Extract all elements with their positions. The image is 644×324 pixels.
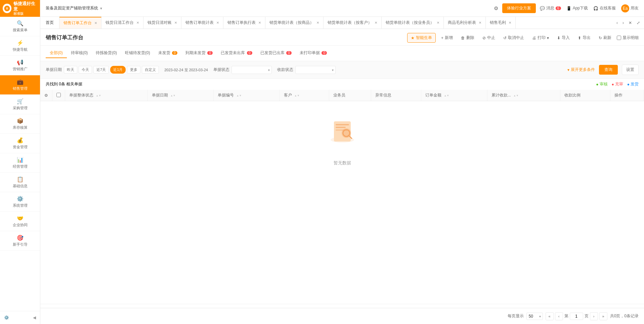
topbar-actions: ⚙ 体验行业方案 — [494, 3, 536, 13]
sort-icon[interactable]: ▲▼ — [237, 94, 242, 97]
tab-close-icon[interactable]: ✕ — [479, 21, 481, 25]
tab-close-icon[interactable]: ✕ — [136, 21, 139, 25]
filter-tab-unshipped[interactable]: 未发货 0 — [154, 48, 181, 58]
horizontal-scrollbar[interactable] — [40, 304, 644, 308]
date-btn-today[interactable]: 今天 — [79, 66, 92, 74]
select-all-checkbox[interactable] — [56, 93, 61, 97]
send-action[interactable]: ● 发货 — [627, 81, 639, 87]
sort-icon[interactable]: ▲▼ — [170, 94, 176, 97]
sidebar-item-basic[interactable]: 📋 基础信息 — [0, 173, 40, 192]
sort-icon[interactable]: ▲▼ — [294, 94, 300, 97]
expand-conditions-btn[interactable]: ▾ 展开更多条件 — [567, 67, 595, 73]
tab-sales-order-workbench[interactable]: 销售订单工作台 ✕ — [59, 17, 101, 29]
sidebar-item-management[interactable]: 📊 经营管理 — [0, 153, 40, 173]
page-next-btn[interactable]: › — [590, 312, 598, 320]
tab-sales-by-staff[interactable]: 销货单统计表（按业务员） ✕ — [382, 17, 444, 29]
sidebar-item-marketing[interactable]: 📢 营销推广 — [0, 56, 40, 75]
tab-sales-stat[interactable]: 销售订单统计表 ✕ — [181, 17, 223, 29]
query-button[interactable]: 查询 — [599, 65, 618, 75]
tab-sales-by-customer[interactable]: 销货单统计表（按客户） ✕ — [324, 17, 382, 29]
sort-icon[interactable]: ▲▼ — [444, 94, 449, 97]
add-button[interactable]: + 新增 — [438, 33, 456, 42]
sort-icon[interactable]: ▲▼ — [513, 94, 519, 97]
tab-close-icon[interactable]: ✕ — [258, 21, 261, 25]
search-bar: 单据日期 昨天 今天 近7天 近1月 更多 自定义 2023-02-24 至 2… — [40, 61, 644, 79]
solution-button[interactable]: 体验行业方案 — [502, 3, 536, 13]
filter-tab-pending[interactable]: 待审核(0) — [67, 48, 92, 58]
page-of: 页 — [585, 313, 589, 319]
sidebar-item-sales[interactable]: 💼 销售管理 — [0, 75, 40, 95]
search-icon: 🔍 — [17, 20, 24, 27]
tab-close-icon[interactable]: ✕ — [94, 21, 97, 25]
sidebar-item-system[interactable]: ⚙️ 系统管理 — [0, 192, 40, 212]
sidebar-item-search[interactable]: 🔍 搜索菜单 — [0, 17, 40, 36]
tab-scroll-right-btn[interactable]: › — [621, 19, 625, 27]
export-button[interactable]: ⬆ 导出 — [575, 33, 593, 42]
collapse-btn[interactable]: ◀ — [32, 314, 37, 321]
sidebar-item-quicknav[interactable]: ⚡ 快捷导航 — [0, 36, 40, 56]
tab-close-icon[interactable]: ✕ — [437, 21, 439, 25]
empty-state: 暂无数据 — [40, 101, 644, 179]
user-avatar[interactable]: Ea 用友 — [621, 4, 639, 12]
settings-icon[interactable]: ⚙ — [494, 5, 498, 11]
payment-select[interactable] — [295, 66, 336, 74]
page-first-btn[interactable]: « — [546, 312, 554, 320]
settings-bottom-btn[interactable]: ⚙️ — [3, 314, 10, 321]
import-button[interactable]: ⬇ 导入 — [554, 33, 572, 42]
filter-tab-shipped-not-out[interactable]: 已发货未出库 0 — [217, 48, 256, 58]
smart-create-button[interactable]: ★ 智能生单 — [407, 33, 436, 43]
tab-scroll-left-btn[interactable]: ‹ — [615, 19, 619, 27]
show-detail-label[interactable]: 显示明细 — [617, 35, 639, 41]
tab-reconcile[interactable]: 钱货日清对账 ✕ — [143, 17, 181, 29]
show-detail-checkbox[interactable] — [617, 36, 621, 40]
filter-tab-unprinted[interactable]: 未打印单据 0 — [296, 48, 331, 58]
stop-button[interactable]: ⊘ 中止 — [480, 33, 498, 42]
tab-sales-gross[interactable]: 销售毛利 ✕ — [486, 17, 516, 29]
tab-daily-clearing[interactable]: 钱货日清工作台 ✕ — [101, 17, 143, 29]
date-btn-custom[interactable]: 自定义 — [142, 66, 159, 74]
sidebar-item-inventory[interactable]: 📦 库存核算 — [0, 114, 40, 134]
audit-action[interactable]: ● 审核 — [596, 81, 607, 87]
tab-home[interactable]: 首页 — [40, 17, 59, 29]
tab-maximize-btn[interactable]: ⤢ — [635, 19, 641, 27]
sidebar-item-finance[interactable]: 💰 资金管理 — [0, 134, 40, 153]
date-btn-1month[interactable]: 近1月 — [110, 66, 126, 74]
online-service-btn[interactable]: 🎧 在线客服 — [593, 5, 616, 11]
tab-close-icon[interactable]: ✕ — [375, 21, 377, 25]
print-button[interactable]: 🖨 打印 ▾ — [529, 33, 552, 42]
sidebar-item-purchase[interactable]: 🛒 采购管理 — [0, 95, 40, 114]
tab-close-all-btn[interactable]: ✕ — [627, 19, 633, 27]
tab-gross-profit[interactable]: 商品毛利分析表 ✕ — [444, 17, 486, 29]
refresh-button[interactable]: ↻ 刷新 — [596, 33, 614, 42]
tab-close-icon[interactable]: ✕ — [174, 21, 177, 25]
sidebar-item-collab[interactable]: 🤝 企业协同 — [0, 212, 40, 231]
col-settings[interactable]: ⚙ — [40, 90, 52, 101]
page-number-input[interactable] — [570, 313, 583, 320]
filter-tab-all[interactable]: 全部(0) — [46, 48, 67, 58]
sort-icon[interactable]: ▲▼ — [96, 94, 101, 97]
date-btn-7days[interactable]: 近7天 — [93, 66, 109, 74]
tab-close-icon[interactable]: ✕ — [316, 21, 319, 25]
page-last-btn[interactable]: » — [599, 312, 607, 320]
filter-tab-inspect[interactable]: 待拣验货(0) — [92, 48, 121, 58]
page-size-select[interactable]: 20 50 100 — [526, 313, 543, 320]
status-select[interactable] — [231, 66, 272, 74]
reject-action[interactable]: ● 充审 — [612, 81, 623, 87]
filter-tab-wangpu[interactable]: 旺铺待发货(0) — [121, 48, 154, 58]
page-prev-btn[interactable]: ‹ — [555, 312, 563, 320]
tab-sales-exec[interactable]: 销售订单执行表 ✕ — [223, 17, 265, 29]
delete-button[interactable]: 🗑 删除 — [458, 33, 477, 42]
date-btn-more[interactable]: 更多 — [127, 66, 140, 74]
filter-tab-shipped-out[interactable]: 已发货已出库 0 — [256, 48, 296, 58]
app-download-btn[interactable]: 📱 App下载 — [566, 5, 588, 11]
tab-sales-by-product[interactable]: 销货单统计表（按商品） ✕ — [265, 17, 324, 29]
tab-close-icon[interactable]: ✕ — [509, 21, 511, 25]
sidebar-item-guide[interactable]: 🎯 新手引导 — [0, 231, 40, 251]
setting-button[interactable]: 设置 — [622, 65, 639, 75]
date-btn-yesterday[interactable]: 昨天 — [64, 66, 77, 74]
filter-tab-overdue[interactable]: 到期未发货 0 — [181, 48, 217, 58]
tab-close-icon[interactable]: ✕ — [216, 21, 219, 25]
message-btn[interactable]: 💬 消息 6 — [540, 5, 561, 11]
cancel-stop-button[interactable]: ↺ 取消中止 — [501, 33, 527, 42]
col-checkbox[interactable] — [52, 90, 65, 101]
